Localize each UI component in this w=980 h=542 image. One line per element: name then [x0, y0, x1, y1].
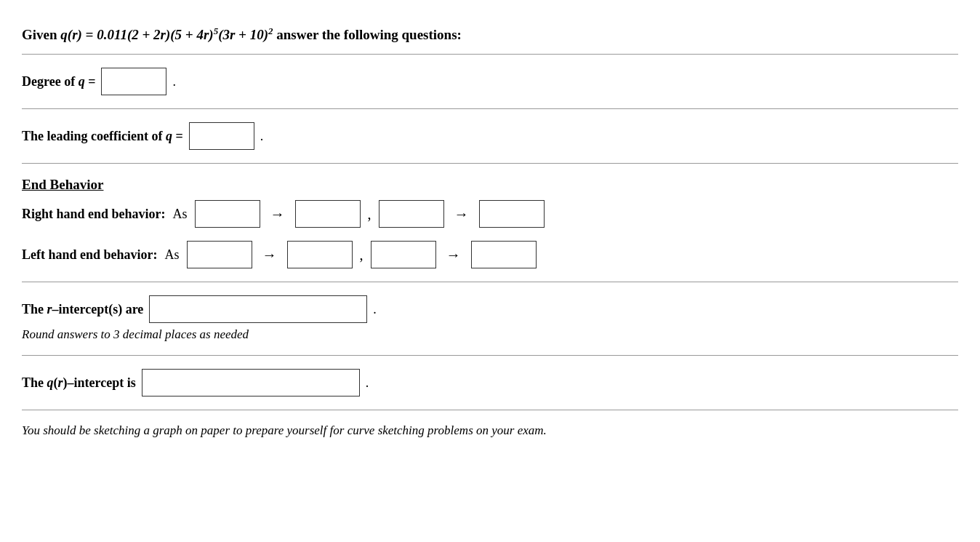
degree-row: Degree of q = .	[22, 68, 958, 95]
formula-main: q(r) = 0.011(2 + 2r)(5 + 4r)5(3r + 10)2	[60, 27, 273, 42]
qr-intercept-section: The q(r)–intercept is .	[22, 356, 958, 410]
right-input-2[interactable]	[295, 200, 361, 228]
question-header: Given q(r) = 0.011(2 + 2r)(5 + 4r)5(3r +…	[22, 15, 958, 55]
formula-suffix: answer the following questions:	[273, 27, 462, 42]
left-hand-label: Left hand end behavior:	[22, 247, 158, 263]
formula-prefix: Given	[22, 27, 60, 42]
r-intercepts-row: The r–intercept(s) are .	[22, 295, 958, 323]
right-hand-row: Right hand end behavior: As → , →	[22, 200, 958, 228]
qr-intercept-period: .	[366, 375, 369, 391]
leading-coeff-section: The leading coefficient of q = .	[22, 109, 958, 164]
right-input-1[interactable]	[195, 200, 260, 228]
right-hand-label: Right hand end behavior:	[22, 207, 166, 222]
leading-coeff-input[interactable]	[189, 122, 254, 150]
left-hand-row: Left hand end behavior: As → , →	[22, 241, 958, 268]
end-behavior-section: End Behavior Right hand end behavior: As…	[22, 164, 958, 282]
leading-coeff-label: The leading coefficient of q =	[22, 129, 183, 144]
leading-coeff-period: .	[260, 129, 264, 144]
qr-intercept-input[interactable]	[142, 369, 360, 396]
qr-intercept-row: The q(r)–intercept is .	[22, 369, 958, 396]
r-intercepts-note: Round answers to 3 decimal places as nee…	[22, 327, 958, 342]
end-behavior-title: End Behavior	[22, 177, 958, 193]
right-as-label: As	[173, 207, 188, 222]
degree-input[interactable]	[101, 68, 166, 95]
right-arrow-2: →	[454, 206, 469, 223]
right-input-4[interactable]	[479, 200, 545, 228]
left-comma: ,	[360, 247, 364, 263]
left-input-1[interactable]	[187, 241, 252, 268]
left-input-3[interactable]	[371, 241, 436, 268]
r-intercepts-period: .	[373, 302, 377, 317]
degree-period: .	[172, 74, 176, 89]
leading-coeff-row: The leading coefficient of q = .	[22, 122, 958, 150]
right-input-3[interactable]	[379, 200, 444, 228]
left-input-2[interactable]	[287, 241, 353, 268]
footer-note: You should be sketching a graph on paper…	[22, 410, 958, 438]
r-intercepts-section: The r–intercept(s) are . Round answers t…	[22, 282, 958, 356]
right-comma: ,	[368, 206, 371, 223]
degree-label: Degree of q =	[22, 74, 95, 89]
right-arrow-1: →	[270, 206, 285, 223]
r-intercepts-label: The r–intercept(s) are	[22, 302, 143, 317]
r-intercepts-input[interactable]	[149, 295, 367, 323]
left-as-label: As	[165, 247, 180, 263]
qr-intercept-label: The q(r)–intercept is	[22, 375, 136, 391]
left-arrow-1: →	[262, 247, 277, 263]
left-arrow-2: →	[446, 247, 461, 263]
degree-section: Degree of q = .	[22, 55, 958, 109]
left-input-4[interactable]	[471, 241, 537, 268]
